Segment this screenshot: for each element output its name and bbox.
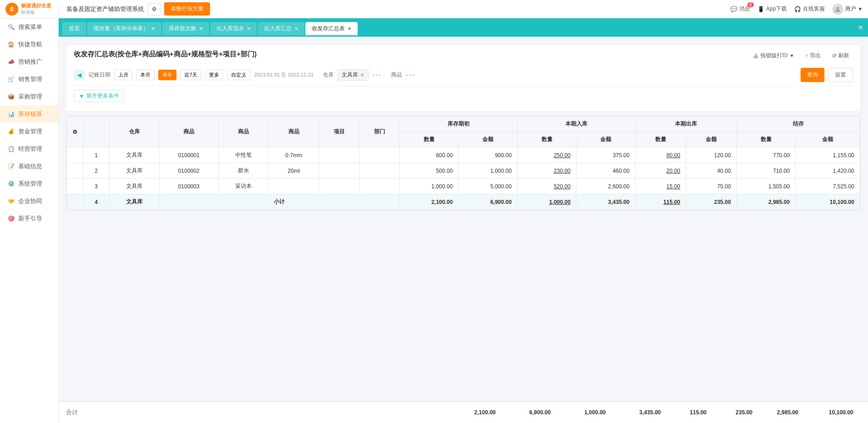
th-out-amt: 金额	[686, 132, 737, 148]
date-btn-this-month[interactable]: 本月	[136, 70, 155, 80]
sidebar-label-basic: 基础信息	[18, 162, 42, 170]
tab-batch-close[interactable]: ✕	[199, 26, 203, 31]
message-badge: 6	[747, 2, 754, 7]
th-bal-qty: 数量	[736, 132, 795, 148]
subtotal-row: 4 文具库 小计 2,100.00 6,900.00 1,000.00 3,43…	[67, 194, 860, 210]
headset-icon: 🎧	[794, 6, 801, 12]
header-panel: 收发存汇总表(按仓库+商品编码+商品+规格型号+项目+部门) 🖨 拣锁版打印 ▼…	[66, 44, 861, 112]
footer-in-qty: 1,000.00	[558, 409, 613, 416]
subtotal-bal-amt: 10,100.00	[796, 194, 860, 210]
date-btn-7days[interactable]: 近7天	[180, 70, 201, 80]
megaphone-icon: 📣	[7, 58, 15, 66]
try-button[interactable]: 体验行业方案	[164, 2, 210, 16]
subtotal-out-amt: 235.00	[686, 194, 737, 210]
sidebar-item-search[interactable]: 🔍 搜索菜单	[0, 18, 58, 36]
row-no: 2	[83, 163, 110, 179]
product-more-dots[interactable]: ···	[406, 70, 415, 80]
row-in-qty[interactable]: 520.00	[517, 179, 576, 194]
expand-conditions-button[interactable]: ▼ 展开更多条件	[74, 90, 124, 102]
tab-inout-summary-close[interactable]: ✕	[294, 26, 298, 31]
sidebar-item-quick[interactable]: 🏠 快捷导航	[0, 36, 58, 53]
row-bal-amt: 1,155.00	[796, 148, 860, 163]
gear-button[interactable]: ⚙	[148, 3, 160, 16]
sidebar-item-finance[interactable]: 💰 资金管理	[0, 123, 58, 140]
sidebar-item-sales[interactable]: 🛒 销售管理	[0, 71, 58, 88]
row-no: 3	[83, 179, 110, 194]
tab-home[interactable]: 首页	[62, 22, 86, 35]
row-settings-cell	[67, 179, 83, 194]
tab-bar-close[interactable]: ✕	[858, 24, 863, 31]
footer-total-label: 合计	[66, 408, 158, 417]
th-settings: ⚙	[67, 116, 83, 148]
sidebar-label-sales: 销售管理	[18, 75, 42, 83]
tab-recv-send-summary-close[interactable]: ✕	[348, 26, 351, 31]
row-out-qty[interactable]: 15.00	[635, 179, 686, 194]
tab-inventory-dist-close[interactable]: ✕	[151, 26, 155, 31]
tab-recv-send-summary-label: 收发存汇总表	[312, 25, 345, 33]
sidebar-label-operation: 经营管理	[18, 145, 42, 153]
sidebar-item-enterprise[interactable]: 🤝 企业协同	[0, 192, 58, 210]
filter-collapse-button[interactable]: ◀	[74, 70, 85, 81]
phone-icon: 📱	[757, 6, 764, 12]
table-row: 1 文具库 0100001 中性笔 0.7mm 600.00 900.00 25…	[67, 148, 860, 163]
row-bal-qty: 710.00	[736, 163, 795, 179]
th-group-in: 本期入库	[517, 116, 635, 132]
footer-out-qty: 115.00	[668, 409, 714, 416]
date-btn-this-year[interactable]: 本年	[158, 70, 177, 80]
date-filter-label: 记账日期	[88, 71, 111, 79]
handshake-icon: 🤝	[7, 198, 15, 205]
tab-batch[interactable]: 库存批次账 ✕	[162, 22, 209, 35]
row-name: 中性笔	[218, 148, 268, 163]
row-bal-amt: 1,420.00	[796, 163, 860, 179]
subtotal-label: 小计	[160, 194, 400, 210]
th-group-out: 本期出库	[635, 116, 736, 132]
content-area: 首页 现存量（库存分布表） ✕ 库存批次账 ✕ 出入库流水 ✕ 出入库汇总 ✕	[59, 18, 868, 423]
message-action[interactable]: 💬 消息 6	[730, 5, 750, 13]
date-btn-more[interactable]: 更多	[205, 70, 223, 80]
query-button[interactable]: 查询	[801, 68, 824, 82]
warehouse-tag-close-icon[interactable]: ✕	[360, 72, 365, 78]
tab-inout-summary[interactable]: 出入库汇总 ✕	[258, 22, 304, 35]
date-btn-last-month[interactable]: 上月	[114, 70, 133, 80]
inventory-icon: 📊	[7, 110, 15, 118]
th-spec: 商品	[268, 116, 319, 148]
user-area[interactable]: 用户 ▼	[832, 4, 862, 15]
th-init-amt: 金额	[459, 132, 517, 148]
online-service-action[interactable]: 🎧 在线客服	[794, 5, 825, 13]
tab-recv-send-summary[interactable]: 收发存汇总表 ✕	[305, 22, 358, 35]
app-download-action[interactable]: 📱 App下载	[757, 5, 787, 13]
date-btn-custom[interactable]: 自定义	[227, 70, 250, 80]
gear-icon: ⚙️	[7, 180, 15, 187]
sidebar-item-marketing[interactable]: 📣 营销推广	[0, 53, 58, 71]
th-in-amt: 金额	[576, 132, 635, 148]
cart-icon: 🛒	[7, 76, 15, 83]
avatar	[832, 4, 843, 15]
subtotal-in-amt: 3,435.00	[576, 194, 635, 210]
row-out-qty[interactable]: 80.00	[635, 148, 686, 163]
warehouse-filter-tag[interactable]: 文具库 ✕	[337, 69, 369, 81]
row-out-qty[interactable]: 20.00	[635, 163, 686, 179]
column-settings-icon[interactable]: ⚙	[72, 129, 77, 135]
sidebar-item-operation[interactable]: 📋 经营管理	[0, 140, 58, 158]
row-in-amt: 375.00	[576, 148, 635, 163]
sidebar-item-inventory[interactable]: 📊 库存核算	[0, 105, 58, 123]
sidebar-item-purchase[interactable]: 📦 采购管理	[0, 88, 58, 105]
row-settings-cell	[67, 163, 83, 179]
tab-inout-flow-close[interactable]: ✕	[247, 26, 250, 31]
date-range-display: 2023-01-01 至 2023-12-31	[254, 71, 314, 78]
export-button[interactable]: ↑ 导出	[802, 50, 824, 61]
sidebar-item-system[interactable]: ⚙️ 系统管理	[0, 175, 58, 192]
tab-inventory-dist[interactable]: 现存量（库存分布表） ✕	[87, 22, 161, 35]
tab-inout-flow[interactable]: 出入库流水 ✕	[210, 22, 257, 35]
refresh-button[interactable]: ↺ 刷新	[828, 50, 853, 61]
row-spec: 20ml	[268, 163, 319, 179]
row-in-qty[interactable]: 230.00	[517, 163, 576, 179]
print-button[interactable]: 🖨 拣锁版打印 ▼	[749, 50, 798, 61]
sidebar-item-basic[interactable]: 📝 基础信息	[0, 158, 58, 175]
subtotal-out-qty: 115.00	[635, 194, 686, 210]
settings-button[interactable]: 设置	[828, 68, 853, 82]
warehouse-more-dots[interactable]: ···	[372, 70, 382, 80]
row-bal-qty: 770.00	[736, 148, 795, 163]
sidebar-item-guide[interactable]: 🎯 新手引导	[0, 210, 58, 227]
row-in-qty[interactable]: 250.00	[517, 148, 576, 163]
